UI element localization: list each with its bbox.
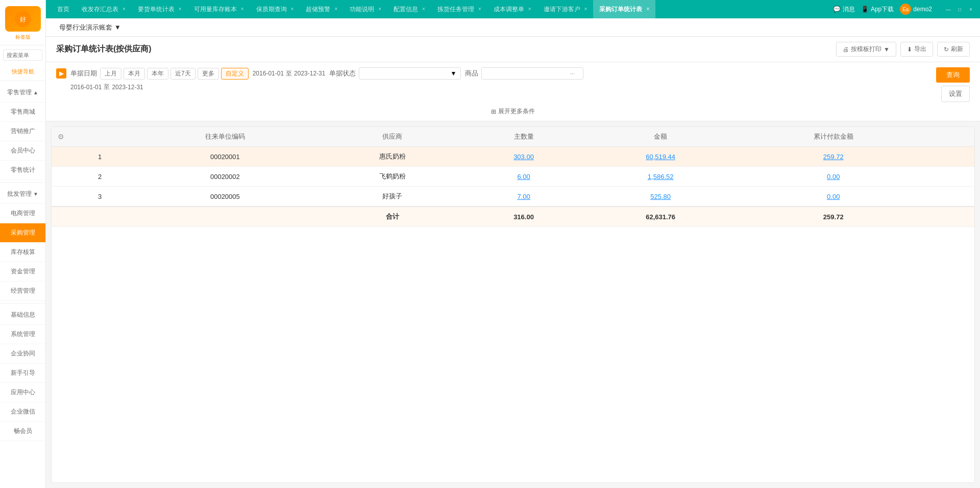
paid-amount-link[interactable]: 0.00	[827, 173, 840, 181]
tab-pick-task[interactable]: 拣货任务管理 ×	[431, 0, 487, 18]
status-filter-group: 单据状态 ▼	[329, 67, 461, 80]
sidebar-item-label: 零售统计	[11, 166, 35, 173]
tab-overstock-label: 超储预警	[306, 0, 330, 18]
sidebar-item-wholesale[interactable]: 批发管理 ▼	[0, 185, 45, 204]
tab-function-desc[interactable]: 功能说明 ×	[344, 0, 387, 18]
tab-order-summary[interactable]: 要货单统计表 ×	[132, 0, 188, 18]
date-this-month-button[interactable]: 本月	[124, 68, 145, 80]
print-button[interactable]: 🖨 按模板打印 ▼	[836, 42, 896, 57]
date-custom-button[interactable]: 自定义	[221, 68, 249, 80]
main-qty-link[interactable]: 7.00	[517, 193, 530, 200]
col-supplier-name-header: 供应商	[321, 127, 464, 147]
footer-label-cell	[129, 207, 321, 227]
user-avatar[interactable]: Ea demo2	[900, 4, 932, 15]
tab-available-inventory-close[interactable]: ×	[241, 0, 244, 18]
date-this-year-button[interactable]: 本年	[147, 68, 168, 80]
sidebar-item-marketing[interactable]: 营销推广	[0, 122, 45, 141]
sidebar-item-system[interactable]: 系统管理	[0, 325, 45, 344]
tab-purchase-stats-close[interactable]: ×	[646, 0, 649, 18]
tab-function-desc-close[interactable]: ×	[378, 0, 381, 18]
sidebar-item-operations[interactable]: 经营管理	[0, 281, 45, 301]
tab-home[interactable]: 首页	[51, 0, 76, 18]
username-label: demo2	[913, 6, 932, 13]
tab-config[interactable]: 配置信息 ×	[387, 0, 431, 18]
sidebar-item-retail-stats[interactable]: 零售统计	[0, 161, 45, 180]
main-qty-link[interactable]: 6.00	[517, 173, 530, 181]
query-button[interactable]: 查询	[936, 67, 970, 83]
tab-receive-summary[interactable]: 收发存汇总表 ×	[76, 0, 132, 18]
footer-settings-cell	[52, 207, 70, 227]
tab-config-close[interactable]: ×	[422, 0, 425, 18]
app-download-button[interactable]: 📱 App下载	[861, 5, 894, 14]
tab-invite-close[interactable]: ×	[584, 0, 587, 18]
export-icon: ⬇	[907, 46, 912, 53]
tab-available-inventory[interactable]: 可用量库存账本 ×	[188, 0, 250, 18]
window-close-button[interactable]: ×	[967, 5, 975, 13]
col-index-header	[70, 127, 129, 147]
status-select[interactable]: ▼	[359, 67, 461, 80]
expand-more-button[interactable]: ⊞ 展开更多条件	[56, 104, 970, 116]
sidebar-item-basic[interactable]: 基础信息	[0, 305, 45, 325]
sidebar-item-label: 企业协同	[11, 350, 35, 357]
tab-expiry-close[interactable]: ×	[291, 0, 294, 18]
window-controls: — □ ×	[944, 5, 975, 13]
sidebar-item-guide[interactable]: 新手引导	[0, 364, 45, 383]
export-button[interactable]: ⬇ 导出	[900, 42, 933, 57]
main-qty-link[interactable]: 303.00	[513, 153, 534, 161]
amount-link[interactable]: 525.80	[650, 193, 671, 200]
tab-cost-adjust[interactable]: 成本调整单 ×	[487, 0, 537, 18]
tab-cost-adjust-close[interactable]: ×	[528, 0, 531, 18]
svg-text:好: 好	[20, 16, 26, 23]
tab-invite[interactable]: 邀请下游客户 ×	[537, 0, 594, 18]
message-button[interactable]: 💬 消息	[833, 5, 855, 14]
date-more-button[interactable]: 更多	[198, 68, 219, 80]
tab-order-summary-close[interactable]: ×	[179, 0, 182, 18]
tab-pick-task-close[interactable]: ×	[478, 0, 481, 18]
sidebar-item-vip[interactable]: 畅会员	[0, 422, 45, 441]
paid-amount-link[interactable]: 0.00	[827, 193, 840, 200]
nav-org-selector[interactable]: 母婴行业演示账套 ▼	[54, 18, 126, 37]
sidebar-item-member[interactable]: 会员中心	[0, 141, 45, 161]
tab-purchase-stats-label: 采购订单统计表	[599, 0, 642, 18]
refresh-button[interactable]: ↻ 刷新	[937, 42, 970, 57]
search-input[interactable]	[3, 49, 42, 61]
sidebar-item-ecommerce[interactable]: 电商管理	[0, 204, 45, 223]
amount-link[interactable]: 1,586.52	[648, 173, 674, 181]
date-7days-button[interactable]: 近7天	[170, 68, 195, 80]
table-footer-row: 合计 316.00 62,631.76 259.72	[52, 207, 974, 227]
sidebar-item-retail-shop[interactable]: 零售商城	[0, 102, 45, 122]
sidebar-item-finance[interactable]: 资金管理	[0, 262, 45, 281]
window-maximize-button[interactable]: □	[955, 5, 964, 13]
sidebar-item-label: 企业微信	[11, 408, 35, 415]
tab-overstock-close[interactable]: ×	[334, 0, 337, 18]
sidebar-item-purchase[interactable]: 采购管理	[0, 223, 45, 243]
filter-toggle-button[interactable]: ▶	[56, 68, 66, 79]
filter-settings-button[interactable]: 设置	[941, 86, 970, 102]
tab-purchase-stats[interactable]: 采购订单统计表 ×	[593, 0, 655, 18]
row-supplier-code-cell: 00020002	[129, 167, 321, 187]
sidebar-item-retail[interactable]: 零售管理 ▲	[0, 83, 45, 102]
row-paid-amount-cell: 0.00	[738, 167, 929, 187]
date-last-month-button[interactable]: 上月	[100, 68, 121, 80]
date-sep-2: 至	[104, 83, 110, 91]
filter-main: ▶ 单据日期 上月 本月 本年 近7天 更多 自定义	[56, 67, 970, 102]
date-separator: 至	[286, 69, 292, 78]
sidebar-item-label: 零售商城	[11, 108, 35, 115]
sidebar-item-app-center[interactable]: 应用中心	[0, 383, 45, 402]
sidebar-item-wechat[interactable]: 企业微信	[0, 402, 45, 422]
tab-expiry[interactable]: 保质期查询 ×	[250, 0, 300, 18]
goods-input[interactable]: ···	[481, 67, 583, 80]
sidebar-quick-nav[interactable]: 快捷导航	[0, 65, 45, 79]
column-settings-icon[interactable]: ⚙	[58, 133, 64, 141]
window-minimize-button[interactable]: —	[944, 5, 952, 13]
footer-main-qty-cell: 316.00	[464, 207, 584, 227]
topbar-actions: 💬 消息 📱 App下载 Ea demo2 — □ ×	[833, 4, 975, 15]
footer-index-cell	[70, 207, 129, 227]
sidebar-item-inventory[interactable]: 库存核算	[0, 243, 45, 262]
sidebar-item-enterprise[interactable]: 企业协同	[0, 344, 45, 364]
paid-amount-link[interactable]: 259.72	[823, 153, 844, 161]
tab-receive-summary-close[interactable]: ×	[122, 0, 126, 18]
goods-more-icon[interactable]: ···	[566, 70, 579, 77]
tab-overstock[interactable]: 超储预警 ×	[300, 0, 344, 18]
amount-link[interactable]: 60,519.44	[646, 153, 675, 161]
